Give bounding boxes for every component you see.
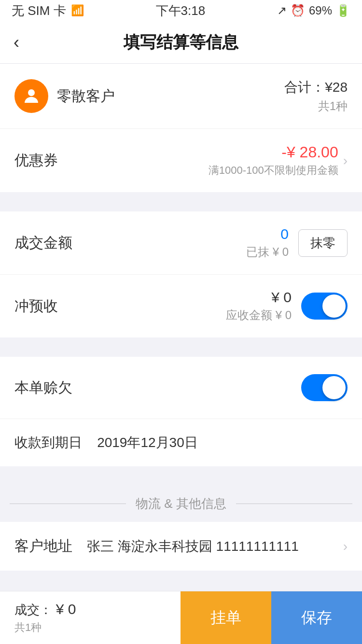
bottom-bar: 成交： ¥ 0 共1种 挂单 保存 xyxy=(0,591,362,644)
location-icon: ↗ xyxy=(277,4,287,17)
chevron-right-icon: › xyxy=(343,153,348,168)
customer-row: 零散客户 合计：¥28 共1种 xyxy=(0,64,362,128)
status-bar: 无 SIM 卡 📶 下午3:18 ↗ ⏰ 69% 🔋 xyxy=(0,0,362,21)
logistics-line-left xyxy=(10,504,126,504)
address-value: 张三 海淀永丰科技园 11111111111 xyxy=(87,537,329,556)
coupon-info: -¥ 28.00 满1000-100不限制使用金额 xyxy=(209,143,338,178)
bottom-deal-row: 成交： ¥ 0 xyxy=(14,601,166,618)
logistics-label: 物流 & 其他信息 xyxy=(136,495,226,512)
alarm-icon: ⏰ xyxy=(291,4,305,17)
battery-label: 69% xyxy=(309,4,332,17)
wifi-icon: 📶 xyxy=(71,4,84,17)
coupon-right: -¥ 28.00 满1000-100不限制使用金额 › xyxy=(209,143,348,178)
carrier-label: 无 SIM 卡 xyxy=(12,2,66,19)
debit-toggle-knob xyxy=(322,376,346,399)
deal-amount-value-wrap: 0 已抹 ¥ 0 xyxy=(246,226,289,260)
time-label: 下午3:18 xyxy=(156,2,206,19)
debit-row: 本单赊欠 xyxy=(0,357,362,419)
bottom-count: 共1种 xyxy=(14,620,166,635)
separator-1 xyxy=(0,202,362,211)
separator-2 xyxy=(0,347,362,357)
date-row: 收款到期日 2019年12月30日 xyxy=(0,419,362,466)
customer-name: 零散客户 xyxy=(57,86,115,106)
customer-total: 合计：¥28 共1种 xyxy=(284,78,348,114)
coupon-label: 优惠券 xyxy=(14,151,58,170)
total-amount: 合计：¥28 xyxy=(284,78,348,97)
toggle-knob xyxy=(322,294,346,318)
customer-info: 零散客户 xyxy=(14,79,115,113)
prepayment-sub: 应收金额 ¥ 0 xyxy=(226,308,292,323)
nav-bar: ‹ 填写结算等信息 xyxy=(0,21,362,64)
logistics-line-right xyxy=(236,504,352,504)
coupon-row[interactable]: 优惠券 -¥ 28.00 满1000-100不限制使用金额 › xyxy=(0,128,362,192)
logistics-divider: 物流 & 其他信息 xyxy=(0,486,362,522)
battery-icon: 🔋 xyxy=(336,4,350,17)
prepayment-right: ¥ 0 应收金额 ¥ 0 xyxy=(226,289,348,323)
address-label: 客户地址 xyxy=(14,536,72,556)
bottom-info: 成交： ¥ 0 共1种 xyxy=(0,591,181,644)
total-count: 共1种 xyxy=(284,98,348,114)
coupon-amount: -¥ 28.00 xyxy=(209,143,338,161)
prepayment-value: ¥ 0 xyxy=(226,289,292,306)
deal-amount-right: 0 已抹 ¥ 0 抹零 xyxy=(246,226,348,260)
due-date-label: 收款到期日 xyxy=(14,435,82,450)
debit-toggle[interactable] xyxy=(301,374,348,401)
bottom-deal-label: 成交： xyxy=(14,602,52,617)
address-row[interactable]: 客户地址 张三 海淀永丰科技园 11111111111 › xyxy=(0,522,362,571)
avatar xyxy=(14,79,48,113)
debit-section: 本单赊欠 收款到期日 2019年12月30日 xyxy=(0,357,362,466)
prepayment-toggle[interactable] xyxy=(301,293,348,320)
svg-point-0 xyxy=(28,89,35,96)
debit-label: 本单赊欠 xyxy=(14,378,72,398)
save-button[interactable]: 保存 xyxy=(271,591,362,644)
coupon-desc: 满1000-100不限制使用金额 xyxy=(209,163,338,178)
bottom-deal-amount: ¥ 0 xyxy=(56,601,76,617)
address-section: 客户地址 张三 海淀永丰科技园 11111111111 › xyxy=(0,522,362,571)
customer-section: 零散客户 合计：¥28 共1种 优惠券 -¥ 28.00 满1000-100不限… xyxy=(0,64,362,192)
date-text: 收款到期日 2019年12月30日 xyxy=(14,435,198,450)
user-icon xyxy=(21,86,42,106)
address-chevron-icon: › xyxy=(343,539,348,554)
round-zero-button[interactable]: 抹零 xyxy=(298,229,348,257)
back-button[interactable]: ‹ xyxy=(14,32,19,53)
deal-amount-value: 0 xyxy=(246,226,289,242)
hold-button[interactable]: 挂单 xyxy=(181,591,271,644)
due-date-value: 2019年12月30日 xyxy=(97,435,198,450)
prepayment-row: 冲预收 ¥ 0 应收金额 ¥ 0 xyxy=(0,275,362,337)
deal-amount-row: 成交金额 0 已抹 ¥ 0 抹零 xyxy=(0,211,362,275)
page-title: 填写结算等信息 xyxy=(124,31,238,54)
deal-amount-label: 成交金额 xyxy=(14,233,72,253)
prepayment-label: 冲预收 xyxy=(14,296,58,316)
deal-amount-sub: 已抹 ¥ 0 xyxy=(246,244,289,260)
form-section: 成交金额 0 已抹 ¥ 0 抹零 冲预收 ¥ 0 应收金额 ¥ 0 xyxy=(0,211,362,337)
status-right: ↗ ⏰ 69% 🔋 xyxy=(277,4,350,17)
separator-3 xyxy=(0,476,362,486)
prepayment-value-wrap: ¥ 0 应收金额 ¥ 0 xyxy=(226,289,292,323)
status-left: 无 SIM 卡 📶 xyxy=(12,2,84,19)
